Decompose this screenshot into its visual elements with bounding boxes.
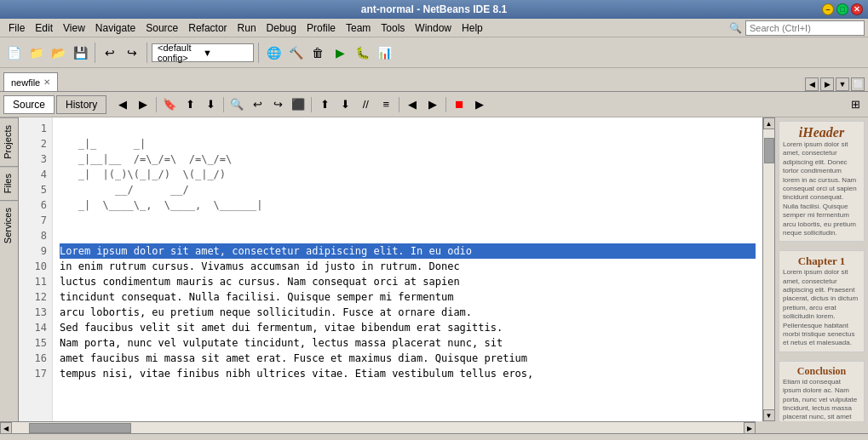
menu-file[interactable]: File — [3, 20, 30, 36]
debug-button[interactable]: 🐛 — [352, 43, 372, 63]
find-prev[interactable]: ↪ — [268, 95, 287, 114]
menu-debug[interactable]: Debug — [262, 20, 302, 36]
back-button[interactable]: ◀ — [113, 95, 132, 114]
config-dropdown[interactable]: <default config> ▼ — [152, 43, 254, 62]
tab-history[interactable]: History — [56, 95, 106, 114]
maximize-button[interactable]: □ — [836, 3, 848, 15]
code-line-10: in enim rutrum cursus. Vivamus accumsan … — [60, 259, 756, 274]
sidebar-item-projects[interactable]: Projects — [0, 117, 18, 166]
preview-header-text: Lorem ipsum dolor sit amet, consectetur … — [783, 140, 860, 237]
h-scroll-thumb[interactable] — [29, 423, 131, 433]
run-editor-button[interactable]: ▶ — [470, 95, 489, 114]
search-button[interactable]: 🔍 — [227, 95, 246, 114]
tab-next-button[interactable]: ▶ — [820, 77, 834, 91]
scroll-right-button[interactable]: ▶ — [744, 422, 756, 434]
close-button[interactable]: ✕ — [851, 3, 863, 15]
code-line-12: tincidunt consequat. Nulla facilisi. Qui… — [60, 289, 756, 305]
toolbar-sep-3 — [258, 43, 259, 63]
prev-bookmark[interactable]: ⬆ — [181, 95, 199, 114]
sidebar-item-services[interactable]: Services — [0, 200, 18, 250]
next-bookmark[interactable]: ⬇ — [201, 95, 220, 114]
next-error[interactable]: ⬇ — [336, 95, 354, 114]
redo-button[interactable]: ↪ — [122, 43, 142, 63]
code-line-15: Nam porta, nunc vel vulputate tincidunt,… — [60, 335, 756, 351]
profile-button[interactable]: 📊 — [374, 43, 394, 63]
menu-tools[interactable]: Tools — [376, 20, 410, 36]
tab-window-button[interactable]: ⬜ — [851, 77, 865, 91]
preview-header-section: iHeader Lorem ipsum dolor sit amet, cons… — [779, 121, 865, 242]
menu-window[interactable]: Window — [410, 20, 457, 36]
expand-button[interactable]: ⊞ — [846, 95, 865, 114]
new-file-button[interactable]: 📄 — [3, 43, 24, 63]
code-line-7 — [60, 213, 756, 228]
prev-error[interactable]: ⬆ — [315, 95, 334, 114]
forward-button[interactable]: ▶ — [134, 95, 152, 114]
menu-help[interactable]: Help — [457, 20, 488, 36]
undo-button[interactable]: ↩ — [100, 43, 120, 63]
clean-build-button[interactable]: 🗑 — [308, 43, 328, 63]
horizontal-scrollbar[interactable]: ◀ ▶ — [0, 421, 756, 433]
open-button[interactable]: 📂 — [48, 43, 68, 63]
line-num-12: 12 — [19, 289, 52, 305]
menu-profile[interactable]: Profile — [302, 20, 341, 36]
window-controls: – □ ✕ — [822, 3, 863, 15]
tab-prev-button[interactable]: ◀ — [805, 77, 819, 91]
menu-source[interactable]: Source — [141, 20, 183, 36]
editor-pane[interactable]: 1 2 3 4 5 6 7 8 9 10 11 12 13 14 15 16 1… — [19, 117, 774, 421]
title-bar: ant-normal - NetBeans IDE 8.1 – □ ✕ — [0, 0, 868, 19]
code-editor[interactable]: _|_ _| _|__|__ /=\_/=\ /=\_/=\ _| |(_)\(… — [53, 117, 762, 421]
menu-team[interactable]: Team — [341, 20, 376, 36]
menu-run[interactable]: Run — [233, 20, 262, 36]
line-num-15: 15 — [19, 335, 52, 351]
find-selection[interactable]: ⬛ — [289, 95, 308, 114]
menu-view[interactable]: View — [58, 20, 90, 36]
format-code[interactable]: ≡ — [377, 95, 395, 114]
main-content: Projects Files Services 1 2 3 4 5 6 7 8 … — [0, 117, 868, 421]
code-line-5: __/ __/ — [60, 182, 756, 197]
main-toolbar: 📄 📁 📂 💾 ↩ ↪ <default config> ▼ 🌐 🔨 🗑 ▶ 🐛… — [0, 37, 868, 68]
scroll-track[interactable] — [763, 129, 775, 409]
scroll-up-button[interactable]: ▲ — [763, 117, 775, 129]
code-line-6: _| \____\_, \____, \______| — [60, 197, 756, 213]
code-line-13: arcu lobortis, eu pretium neque sollicit… — [60, 305, 756, 320]
preview-chapter-section: Chapter 1 Lorem ipsum dolor sit amet, co… — [779, 250, 865, 352]
h-scroll-track[interactable] — [12, 422, 744, 433]
toggle-bookmark[interactable]: 🔖 — [160, 95, 179, 114]
menu-edit[interactable]: Edit — [30, 20, 58, 36]
tab-newfile[interactable]: newfile ✕ — [3, 72, 58, 91]
shift-left[interactable]: ◀ — [403, 95, 422, 114]
right-panel-content: iHeader Lorem ipsum dolor sit amet, cons… — [775, 117, 868, 421]
globe-icon[interactable]: 🌐 — [263, 43, 284, 63]
line-num-2: 2 — [19, 136, 52, 151]
save-button[interactable]: 💾 — [70, 43, 90, 63]
line-num-16: 16 — [19, 351, 52, 366]
stop-button[interactable]: ⏹ — [450, 95, 468, 114]
line-num-10: 10 — [19, 259, 52, 274]
build-button[interactable]: 🔨 — [285, 43, 306, 63]
line-num-4: 4 — [19, 167, 52, 182]
find-next[interactable]: ↩ — [248, 95, 267, 114]
sidebar-item-files[interactable]: Files — [0, 166, 18, 200]
line-numbers: 1 2 3 4 5 6 7 8 9 10 11 12 13 14 15 16 1… — [19, 117, 53, 421]
shift-right[interactable]: ▶ — [423, 95, 442, 114]
scroll-left-button[interactable]: ◀ — [0, 422, 12, 434]
menu-navigate[interactable]: Navigate — [90, 20, 141, 36]
minimize-button[interactable]: – — [822, 3, 834, 15]
config-arrow-icon: ▼ — [203, 48, 248, 58]
tab-source[interactable]: Source — [3, 95, 55, 114]
toggle-comment[interactable]: // — [356, 95, 375, 114]
left-panel-tabs: Projects Files Services — [0, 117, 19, 421]
menu-refactor[interactable]: Refactor — [183, 20, 232, 36]
run-button[interactable]: ▶ — [330, 43, 350, 63]
search-input[interactable] — [750, 23, 852, 33]
scroll-down-button[interactable]: ▼ — [763, 409, 775, 421]
tab-list-button[interactable]: ▼ — [836, 77, 849, 91]
new-project-button[interactable]: 📁 — [26, 43, 46, 63]
tab-close-icon[interactable]: ✕ — [43, 77, 50, 87]
preview-conclusion-text: Etiam id consequat ipsum dolore ac. Nam … — [783, 378, 860, 421]
vertical-scrollbar[interactable]: ▲ ▼ — [762, 117, 774, 421]
ed-sep-4 — [399, 97, 400, 112]
history-tab-label: History — [66, 99, 97, 111]
scroll-thumb[interactable] — [764, 138, 774, 163]
search-box[interactable] — [745, 20, 865, 36]
